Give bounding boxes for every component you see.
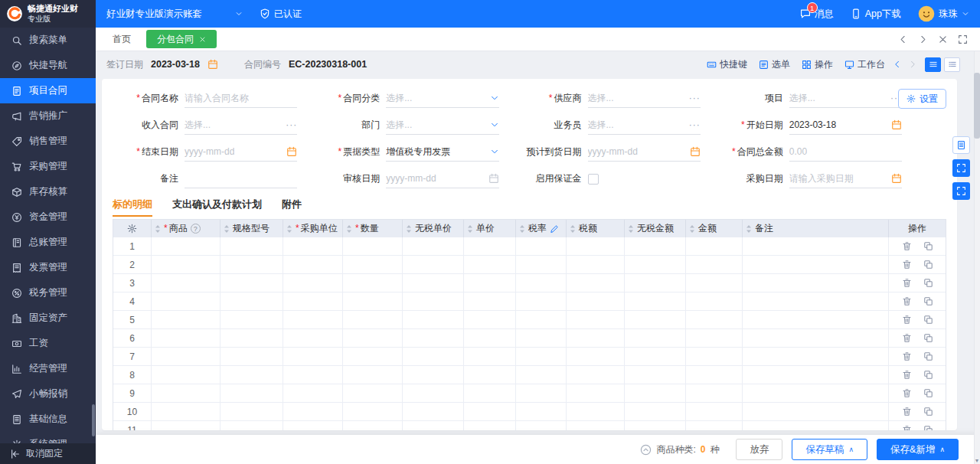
table-cell[interactable] xyxy=(152,329,220,347)
helper-panel-button[interactable] xyxy=(952,136,970,154)
save-and-new-button[interactable]: 保存&新增 ∧ xyxy=(877,439,959,460)
ellipsis-picker-icon[interactable]: ··· xyxy=(689,93,701,103)
table-cell[interactable] xyxy=(152,256,220,273)
table-cell[interactable] xyxy=(516,274,567,292)
calendar-icon[interactable] xyxy=(207,59,218,70)
contract-total-amount-input[interactable]: 0.00 xyxy=(789,143,902,162)
sidebar-item-0[interactable]: 搜索菜单 xyxy=(0,28,96,53)
unpin-sidebar-button[interactable]: 取消固定 xyxy=(0,443,96,464)
table-cell[interactable] xyxy=(152,274,220,292)
sidebar-item-8[interactable]: 总账管理 xyxy=(0,230,96,255)
table-cell[interactable] xyxy=(743,256,889,273)
table-cell[interactable] xyxy=(686,384,743,402)
start-date-input[interactable]: 2023-03-18 xyxy=(789,116,902,135)
detail-tab-0[interactable]: 标的明细 xyxy=(113,194,152,217)
table-cell[interactable] xyxy=(567,311,625,328)
calendar-icon[interactable] xyxy=(690,146,701,157)
table-cell[interactable] xyxy=(152,292,220,310)
settings-button[interactable]: 设置 xyxy=(898,89,946,109)
table-cell[interactable] xyxy=(567,274,625,292)
sort-icon[interactable] xyxy=(224,224,230,234)
table-cell[interactable] xyxy=(516,292,567,310)
detail-view-button[interactable] xyxy=(944,57,960,72)
delete-row-icon[interactable] xyxy=(902,241,912,251)
table-cell[interactable] xyxy=(516,237,567,255)
copy-row-icon[interactable] xyxy=(923,388,933,398)
table-cell[interactable] xyxy=(220,329,283,347)
table-cell[interactable] xyxy=(686,256,743,273)
table-cell[interactable] xyxy=(152,237,220,255)
table-cell[interactable] xyxy=(220,421,283,430)
table-cell[interactable] xyxy=(625,329,686,347)
table-cell[interactable] xyxy=(567,384,625,402)
copy-row-icon[interactable] xyxy=(923,260,933,270)
delete-row-icon[interactable] xyxy=(902,315,912,325)
department-input[interactable]: 选择... xyxy=(386,116,498,135)
table-cell[interactable] xyxy=(464,421,516,430)
sidebar-item-15[interactable]: 基础信息 xyxy=(0,407,96,432)
table-cell[interactable] xyxy=(625,256,686,273)
sidebar-item-4[interactable]: 销售管理 xyxy=(0,129,96,154)
table-cell[interactable] xyxy=(343,421,403,430)
table-cell[interactable] xyxy=(567,329,625,347)
table-cell[interactable] xyxy=(743,274,889,292)
table-cell[interactable] xyxy=(283,311,343,328)
table-cell[interactable] xyxy=(625,366,686,384)
table-cell[interactable] xyxy=(516,256,567,273)
table-cell[interactable] xyxy=(567,237,625,255)
account-select[interactable]: 好业财专业版演示账套 xyxy=(106,8,243,21)
table-cell[interactable] xyxy=(343,366,403,384)
tab-1[interactable]: 分包合同 xyxy=(146,30,217,48)
table-cell[interactable] xyxy=(567,256,625,273)
expand-panel-button-1[interactable] xyxy=(952,159,970,177)
user-menu[interactable]: 珠珠 xyxy=(918,5,969,22)
table-cell[interactable] xyxy=(686,366,743,384)
table-cell[interactable] xyxy=(686,403,743,420)
list-view-button[interactable] xyxy=(925,57,941,72)
sort-icon[interactable] xyxy=(746,224,752,234)
table-cell[interactable] xyxy=(283,403,343,420)
table-cell[interactable] xyxy=(567,403,625,420)
delete-row-icon[interactable] xyxy=(902,425,912,430)
remark-input[interactable] xyxy=(185,170,297,188)
sign-date-value[interactable]: 2023-03-18 xyxy=(151,59,200,70)
table-cell[interactable] xyxy=(343,311,403,328)
column-header[interactable]: 单价 xyxy=(464,220,516,237)
table-cell[interactable] xyxy=(516,421,567,430)
table-cell[interactable] xyxy=(283,366,343,384)
scroll-down-arrow[interactable]: ▼ xyxy=(974,458,980,463)
toolbar-keyboard-button[interactable]: 快捷键 xyxy=(707,58,747,71)
collapse-summary-icon[interactable] xyxy=(640,444,652,456)
prev-tab-icon[interactable] xyxy=(898,34,908,44)
table-cell[interactable] xyxy=(464,403,516,420)
column-header[interactable]: 商品? xyxy=(152,220,220,237)
table-cell[interactable] xyxy=(403,329,464,347)
table-cell[interactable] xyxy=(343,348,403,365)
table-cell[interactable] xyxy=(464,274,516,292)
table-cell[interactable] xyxy=(220,384,283,402)
table-cell[interactable] xyxy=(403,237,464,255)
save-draft-button[interactable]: 保存草稿 ∧ xyxy=(792,439,867,460)
sidebar-item-3[interactable]: 营销推广 xyxy=(0,103,96,129)
sidebar-item-2[interactable]: 项目合同 xyxy=(0,78,96,103)
invoice-type-input[interactable]: 增值税专用发票 xyxy=(386,143,498,162)
table-cell[interactable] xyxy=(343,329,403,347)
column-header[interactable]: 无税金额 xyxy=(625,220,686,237)
table-cell[interactable] xyxy=(403,292,464,310)
supplier-input[interactable]: 选择...··· xyxy=(588,90,701,108)
delete-row-icon[interactable] xyxy=(902,296,912,306)
chevron-down-icon[interactable] xyxy=(490,93,499,103)
sidebar-item-11[interactable]: 固定资产 xyxy=(0,306,96,331)
table-cell[interactable] xyxy=(283,256,343,273)
project-input[interactable]: 选择...··· xyxy=(789,90,902,108)
sidebar-item-5[interactable]: 采购管理 xyxy=(0,154,96,179)
table-cell[interactable] xyxy=(516,384,567,402)
delete-row-icon[interactable] xyxy=(902,370,912,380)
table-cell[interactable] xyxy=(152,384,220,402)
calendar-icon[interactable] xyxy=(891,119,902,130)
table-cell[interactable] xyxy=(464,237,516,255)
table-cell[interactable] xyxy=(220,256,283,273)
table-cell[interactable] xyxy=(625,421,686,430)
table-cell[interactable] xyxy=(283,348,343,365)
table-cell[interactable] xyxy=(464,292,516,310)
